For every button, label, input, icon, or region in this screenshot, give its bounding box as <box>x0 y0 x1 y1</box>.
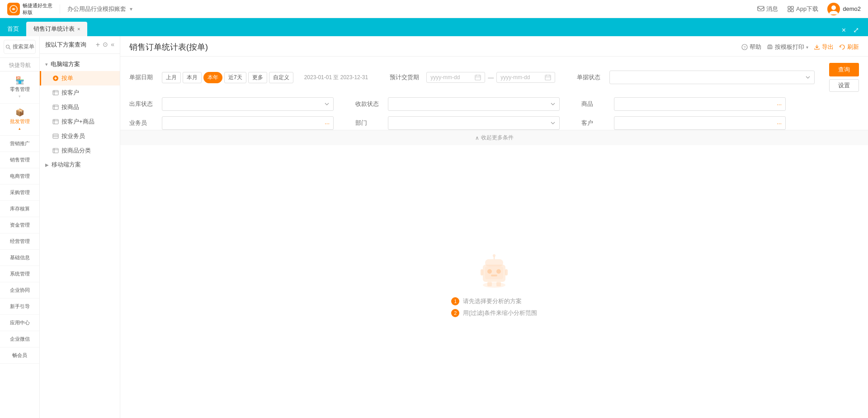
filter-row-2: 出库状态 收款状态 商品 ··· <box>129 97 859 111</box>
date-range-text: 2023-01-01 至 2023-12-31 <box>304 74 368 81</box>
customer-label: 客户 <box>581 119 607 127</box>
tree-group-mobile[interactable]: ▶ 移动端方案 <box>40 158 120 171</box>
sidebar-item-basic[interactable]: 基础信息 <box>0 250 39 266</box>
filter-row-1: 单据日期 上月 本月 本年 近7天 更多 自定义 2023-01-01 至 20… <box>129 63 859 92</box>
svg-text:?: ? <box>743 45 745 50</box>
tree-item-by-salesperson-label: 按业务员 <box>61 132 85 140</box>
sidebar-item-marketing[interactable]: 营销推广 <box>0 136 39 152</box>
sidebar-item-operations[interactable]: 经营管理 <box>0 233 39 250</box>
salesperson-label: 业务员 <box>129 119 155 127</box>
tree-item-by-customer-icon <box>52 90 59 96</box>
refresh-action[interactable]: 刷新 <box>839 43 859 51</box>
search-menu-button[interactable]: 搜索菜单 <box>4 40 36 54</box>
filter-section: 单据日期 上月 本月 本年 近7天 更多 自定义 2023-01-01 至 20… <box>120 57 868 145</box>
collapse-label: 收起更多条件 <box>481 134 514 142</box>
export-action[interactable]: 导出 <box>814 43 834 51</box>
tab-close-icon[interactable]: × <box>77 26 80 32</box>
tab-minimize-btn[interactable]: × <box>840 24 848 36</box>
collapse-bar[interactable]: ∧ 收起更多条件 <box>120 130 868 145</box>
date-btn-last-7-days[interactable]: 近7天 <box>224 72 246 83</box>
tree-item-by-customer[interactable]: 按客户 <box>40 86 120 100</box>
sidebar-item-purchase[interactable]: 采购管理 <box>0 185 39 201</box>
svg-rect-1 <box>758 6 764 11</box>
product-input[interactable]: ··· <box>614 97 786 111</box>
content-area: 1 请先选择要分析的方案 2 用[过滤]条件来缩小分析范围 <box>120 145 868 418</box>
tree-item-by-customer-product[interactable]: 按客户+商品 <box>40 114 120 129</box>
query-button[interactable]: 查询 <box>829 63 859 76</box>
sidebar-item-member[interactable]: 畅会员 <box>0 347 39 364</box>
date-btn-last-month[interactable]: 上月 <box>162 72 181 83</box>
tree-group-mobile-arrow: ▶ <box>45 162 49 167</box>
top-bar: 畅捷通好生意 标版 办公用品行业模拟账套 ▾ 消息 App下载 demo2 <box>0 0 868 18</box>
top-bar-dropdown-arrow[interactable]: ▾ <box>130 6 132 12</box>
logo-text: 畅捷通好生意 标版 <box>23 2 52 15</box>
main-layout: 搜索菜单 快捷导航 🏪 零售管理 ▾ 📦 批发管理 ▴ 营销推广 销售管理 电商… <box>0 36 868 418</box>
app-download-action[interactable]: App下载 <box>787 5 818 13</box>
search-icon <box>5 44 11 50</box>
date-btn-custom[interactable]: 自定义 <box>269 72 293 83</box>
setting-button[interactable]: 设置 <box>829 79 859 92</box>
delivery-date-range-input: yyyy-mm-dd — yyyy-mm-dd <box>426 72 555 83</box>
status-select[interactable] <box>609 71 815 84</box>
tree-item-by-salesperson-icon <box>52 133 59 139</box>
retail-expand-arrow: ▾ <box>19 94 21 99</box>
tree-item-by-category[interactable]: 按商品分类 <box>40 143 120 158</box>
department-label: 部门 <box>355 119 381 127</box>
calendar-start-icon <box>475 74 481 81</box>
customer-input[interactable]: ··· <box>614 116 786 130</box>
tree-section: ▾ 电脑端方案 按单 按客户 按商品 <box>40 54 120 175</box>
tree-group-pc-header[interactable]: ▾ 电脑端方案 <box>40 57 120 71</box>
tab-home[interactable]: 首页 <box>0 22 26 36</box>
tree-item-by-order-icon <box>52 75 59 81</box>
tree-item-by-salesperson[interactable]: 按业务员 <box>40 129 120 143</box>
filter-inner: 单据日期 上月 本月 本年 近7天 更多 自定义 2023-01-01 至 20… <box>120 57 868 130</box>
date-btn-more[interactable]: 更多 <box>248 72 267 83</box>
delivery-date-end-input[interactable]: yyyy-mm-dd <box>496 72 555 83</box>
print-action[interactable]: 按模板打印 ▾ <box>767 43 808 51</box>
user-profile[interactable]: demo2 <box>827 3 861 15</box>
logo-area: 畅捷通好生意 标版 <box>7 2 52 15</box>
department-select[interactable] <box>388 116 560 130</box>
add-scheme-button[interactable]: + <box>96 41 100 49</box>
message-icon <box>757 5 764 13</box>
sidebar-item-newbie[interactable]: 新手引导 <box>0 299 39 315</box>
tab-bar: 首页 销售订单统计表 × × ⤢ <box>0 18 868 36</box>
sidebar-item-inventory[interactable]: 库存核算 <box>0 201 39 217</box>
help-action[interactable]: ? 帮助 <box>741 43 761 51</box>
department-select-arrow <box>550 120 556 126</box>
sidebar-item-system[interactable]: 系统管理 <box>0 266 39 282</box>
sidebar-item-wholesale[interactable]: 📦 批发管理 ▴ <box>0 104 39 136</box>
date-label: 单据日期 <box>129 73 155 81</box>
sidebar-item-sales[interactable]: 销售管理 <box>0 152 39 168</box>
sidebar-item-wechat[interactable]: 企业微信 <box>0 331 39 347</box>
svg-rect-5 <box>791 10 793 12</box>
sidebar-item-enterprise[interactable]: 企业协同 <box>0 282 39 299</box>
delivery-date-start-input[interactable]: yyyy-mm-dd <box>426 72 485 83</box>
payment-status-select[interactable] <box>388 97 560 111</box>
svg-point-50 <box>493 254 495 257</box>
print-dropdown-arrow[interactable]: ▾ <box>806 45 808 50</box>
settings-scheme-button[interactable]: ⊙ <box>103 41 108 49</box>
date-btn-this-year[interactable]: 本年 <box>203 72 222 83</box>
print-icon <box>767 44 773 50</box>
logo-icon <box>7 3 20 15</box>
message-action[interactable]: 消息 <box>757 5 778 13</box>
tree-item-by-order[interactable]: 按单 <box>40 71 120 86</box>
left-panel-header: 按以下方案查询 + ⊙ « <box>40 36 120 54</box>
retail-icon: 🏪 <box>15 76 24 85</box>
page-title: 销售订单统计表(按单) <box>129 42 208 52</box>
svg-rect-10 <box>53 90 58 95</box>
collapse-panel-button[interactable]: « <box>111 41 114 49</box>
tab-maximize-btn[interactable]: ⤢ <box>851 24 861 36</box>
sidebar-item-retail[interactable]: 🏪 零售管理 ▾ <box>0 71 39 104</box>
tree-item-by-product[interactable]: 按商品 <box>40 100 120 114</box>
sidebar-item-appcenter[interactable]: 应用中心 <box>0 315 39 331</box>
ship-status-select[interactable] <box>162 97 334 111</box>
date-btn-this-month[interactable]: 本月 <box>183 72 202 83</box>
tab-active[interactable]: 销售订单统计表 × <box>26 22 87 36</box>
sidebar-item-finance[interactable]: 资金管理 <box>0 217 39 233</box>
svg-point-38 <box>483 282 505 288</box>
sidebar-item-ecommerce[interactable]: 电商管理 <box>0 168 39 185</box>
tree-item-by-category-icon <box>52 147 59 154</box>
salesperson-input[interactable]: ··· <box>162 116 334 130</box>
